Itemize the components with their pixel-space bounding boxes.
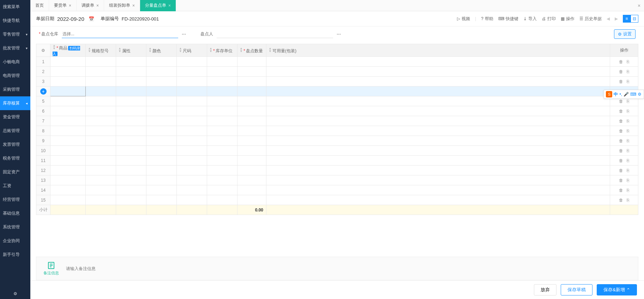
- sidebar-item-10[interactable]: 发票管理: [0, 138, 30, 151]
- next-button[interactable]: ▶: [615, 16, 618, 21]
- tab-4[interactable]: 分量盘点单×: [140, 0, 176, 11]
- cell[interactable]: [237, 57, 266, 67]
- cell[interactable]: [207, 86, 237, 96]
- warehouse-more[interactable]: ⋯: [182, 32, 186, 37]
- col-size[interactable]: ▲▼尺码: [177, 44, 207, 57]
- tab-3[interactable]: 组装拆卸单×: [104, 0, 140, 11]
- cell[interactable]: [116, 156, 146, 166]
- table-row[interactable]: 8🗑⎘: [36, 126, 638, 136]
- cell[interactable]: [207, 106, 237, 116]
- cell[interactable]: [50, 57, 86, 67]
- delete-icon[interactable]: 🗑: [619, 138, 623, 143]
- copy-icon[interactable]: ⎘: [627, 188, 629, 193]
- cell[interactable]: [237, 136, 266, 146]
- cell[interactable]: [116, 116, 146, 126]
- sidebar-item-12[interactable]: 固定资产: [0, 165, 30, 179]
- cell[interactable]: [86, 77, 116, 86]
- cell[interactable]: [116, 86, 146, 96]
- ime-settings-icon[interactable]: ⚙: [638, 92, 642, 97]
- copy-icon[interactable]: ⎘: [627, 99, 629, 104]
- cell[interactable]: [207, 175, 237, 185]
- close-icon[interactable]: ×: [96, 3, 99, 8]
- calendar-icon[interactable]: 📅: [89, 16, 94, 22]
- date-value[interactable]: 2022-09-20: [57, 16, 84, 22]
- delete-icon[interactable]: 🗑: [619, 198, 623, 203]
- cell[interactable]: [207, 126, 237, 136]
- cell[interactable]: [237, 175, 266, 185]
- cell[interactable]: [207, 195, 237, 205]
- delete-icon[interactable]: 🗑: [619, 99, 623, 104]
- cell[interactable]: [266, 146, 610, 156]
- col-product[interactable]: ▲▼*商品扫码录入: [50, 44, 86, 57]
- cell[interactable]: [146, 116, 177, 126]
- delete-icon[interactable]: 🗑: [619, 119, 623, 124]
- cell[interactable]: [266, 86, 610, 96]
- sidebar-item-8[interactable]: 资金管理: [0, 110, 30, 124]
- cell[interactable]: [177, 126, 207, 136]
- col-unit[interactable]: ▲▼*库存单位: [207, 44, 237, 57]
- cell[interactable]: [237, 126, 266, 136]
- cell[interactable]: [86, 185, 116, 195]
- col-color[interactable]: ▲▼颜色: [146, 44, 177, 57]
- sidebar-item-18[interactable]: 新手引导: [0, 248, 30, 262]
- cell[interactable]: [86, 86, 116, 96]
- cell[interactable]: [266, 175, 610, 185]
- cell[interactable]: [146, 175, 177, 185]
- help-button[interactable]: ?帮助: [481, 16, 493, 22]
- delete-icon[interactable]: 🗑: [619, 69, 623, 74]
- cell[interactable]: [207, 77, 237, 86]
- table-row[interactable]: 9🗑⎘: [36, 136, 638, 146]
- print-button[interactable]: 🖨打印: [542, 16, 556, 22]
- save-draft-button[interactable]: 保存草稿: [561, 284, 592, 295]
- cell[interactable]: [177, 67, 207, 77]
- cell[interactable]: [266, 106, 610, 116]
- gear-icon[interactable]: ⚙: [13, 291, 17, 296]
- cell[interactable]: [207, 57, 237, 67]
- cell[interactable]: [50, 136, 86, 146]
- operate-button[interactable]: ▦操作: [561, 16, 574, 22]
- delete-icon[interactable]: 🗑: [619, 158, 623, 163]
- save-new-button[interactable]: 保存&新增⌃: [597, 284, 637, 295]
- cell[interactable]: [146, 77, 177, 86]
- sidebar-item-0[interactable]: 搜索菜单: [0, 0, 30, 14]
- col-qty[interactable]: ▲▼*盘点数量: [237, 44, 266, 57]
- table-row[interactable]: 7🗑⎘: [36, 116, 638, 126]
- cell[interactable]: [146, 126, 177, 136]
- cell[interactable]: [50, 185, 86, 195]
- cell[interactable]: [116, 106, 146, 116]
- table-row[interactable]: 12🗑⎘: [36, 166, 638, 175]
- sidebar-item-14[interactable]: 经营管理: [0, 193, 30, 207]
- history-button[interactable]: ☰历史单据: [579, 16, 602, 22]
- sidebar-item-13[interactable]: 工资: [0, 179, 30, 193]
- cell[interactable]: [177, 175, 207, 185]
- cell[interactable]: [237, 166, 266, 175]
- sidebar-item-3[interactable]: 批发管理▾: [0, 41, 30, 55]
- copy-icon[interactable]: ⎘: [627, 69, 629, 74]
- cell[interactable]: [86, 195, 116, 205]
- cell[interactable]: [116, 166, 146, 175]
- counter-input[interactable]: [217, 30, 333, 38]
- cell[interactable]: [177, 96, 207, 106]
- cell[interactable]: [86, 175, 116, 185]
- copy-icon[interactable]: ⎘: [627, 168, 629, 173]
- delete-icon[interactable]: 🗑: [619, 79, 623, 84]
- cell[interactable]: [50, 195, 86, 205]
- cell[interactable]: [50, 116, 86, 126]
- cell[interactable]: [116, 195, 146, 205]
- cell[interactable]: [146, 146, 177, 156]
- cell[interactable]: [266, 156, 610, 166]
- cell[interactable]: [146, 185, 177, 195]
- cell[interactable]: [177, 146, 207, 156]
- cell[interactable]: [266, 185, 610, 195]
- settings-button[interactable]: ⚙设置: [614, 29, 636, 39]
- cell[interactable]: [207, 116, 237, 126]
- ime-punct-icon[interactable]: •,: [619, 92, 622, 97]
- cell[interactable]: [146, 57, 177, 67]
- cell[interactable]: [266, 195, 610, 205]
- cell[interactable]: [116, 175, 146, 185]
- cell[interactable]: [207, 67, 237, 77]
- cell[interactable]: [86, 156, 116, 166]
- sidebar-item-6[interactable]: 采购管理: [0, 83, 30, 96]
- cell[interactable]: [177, 57, 207, 67]
- cell[interactable]: [50, 106, 86, 116]
